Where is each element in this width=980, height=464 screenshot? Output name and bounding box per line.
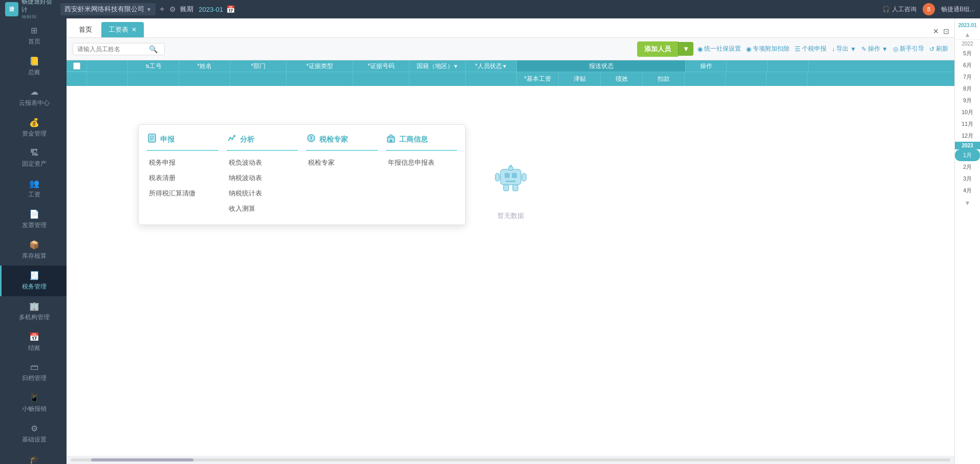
- scrollbar-thumb[interactable]: [91, 458, 193, 461]
- sidebar-item-fund[interactable]: 💰 资金管理: [0, 113, 67, 143]
- menu-item-annual-report[interactable]: 年报信息申报表: [386, 155, 458, 170]
- menu-item-tax-stats[interactable]: 纳税统计表: [227, 186, 298, 201]
- special-deduction-action[interactable]: ◉ 专项附加扣除: [746, 45, 790, 53]
- svg-rect-0: [500, 169, 521, 185]
- add-person-button[interactable]: 添加人员: [637, 41, 678, 57]
- sidebar-item-tax[interactable]: 🧾 税务管理: [0, 266, 67, 296]
- sidebar-item-label: 小畅报销: [22, 405, 47, 413]
- sidebar-item-label: 总账: [28, 68, 40, 77]
- company-selector[interactable]: 西安虾米网络科技有限公司 ▼: [60, 3, 156, 15]
- sidebar-item-cloud-report[interactable]: ☁ 云报表中心: [0, 82, 67, 113]
- sidebar-item-fixed-asset[interactable]: 🏗 固定资产: [0, 143, 67, 173]
- tab-close-icon[interactable]: ✕: [132, 26, 137, 33]
- svg-point-5: [510, 165, 512, 167]
- section-title-business-info: 工商信息: [386, 133, 458, 151]
- filter-icon[interactable]: ▼: [453, 63, 459, 69]
- svg-rect-9: [513, 185, 518, 191]
- right-timeline: 2023.01 ▲ 2022 5月 6月 7月 8月 9月 10月 11月 12…: [954, 18, 980, 464]
- sidebar-item-payroll[interactable]: 👥 工资: [0, 173, 67, 204]
- sidebar-item-home[interactable]: ⊞ 首页: [0, 20, 67, 51]
- refresh-action[interactable]: ↺ 刷新: [929, 45, 948, 53]
- menu-item-income-estimate[interactable]: 收入测算: [227, 201, 298, 216]
- timeline-month-2022-5[interactable]: 5月: [955, 48, 980, 59]
- toolbar-actions: ◉ 统一社保设置 ◉ 专项附加扣除 ☰ 个税申报 ↓ 导出 ▼: [698, 45, 948, 53]
- sidebar-item-mini-sales[interactable]: 📱 小畅报销: [0, 388, 67, 418]
- timeline-month-2022-8[interactable]: 8月: [955, 83, 980, 95]
- sidebar-item-closing[interactable]: 📅 结账: [0, 327, 67, 358]
- tab-home[interactable]: 首页: [72, 22, 99, 37]
- guide-action[interactable]: ◎ 新手引导: [893, 45, 924, 53]
- timeline-month-2022-9[interactable]: 9月: [955, 95, 980, 106]
- svg-rect-3: [506, 181, 516, 182]
- export-action[interactable]: ↓ 导出 ▼: [832, 45, 856, 53]
- window-close-icon[interactable]: ✕: [933, 27, 939, 35]
- dropdown-menu: 申报 税务申报 税表清册 所得税汇算清缴 分析: [138, 124, 466, 225]
- th2-cert-type: [230, 72, 287, 86]
- timeline-month-2022-6[interactable]: 6月: [955, 59, 980, 71]
- sidebar-item-label: 首页: [28, 37, 40, 46]
- social-security-action[interactable]: ◉ 统一社保设置: [698, 45, 741, 53]
- select-all-checkbox[interactable]: [73, 62, 80, 70]
- search-input[interactable]: [77, 46, 149, 53]
- menu-item-tax-expert[interactable]: 税检专家: [306, 155, 378, 170]
- settings-icon[interactable]: ⚙: [169, 5, 176, 13]
- th-person-status: 国籍（地区） ▼: [409, 60, 466, 72]
- timeline-month-2023-4[interactable]: 4月: [955, 185, 980, 196]
- sidebar-item-label: 基础设置: [22, 435, 47, 444]
- sort-icon: ⇅: [145, 63, 149, 69]
- logo-area: 捷 畅捷通好会计 旗舰版: [5, 0, 56, 20]
- user-name[interactable]: 畅捷通B组...: [941, 5, 975, 14]
- sidebar-item-label: 资金管理: [22, 129, 47, 138]
- menu-item-income-tax-settlement[interactable]: 所得税汇算清缴: [147, 186, 219, 201]
- timeline-month-2023-3[interactable]: 3月: [955, 173, 980, 185]
- timeline-month-2022-7[interactable]: 7月: [955, 71, 980, 83]
- timeline-month-2023-2[interactable]: 2月: [955, 161, 980, 173]
- business-info-section-icon: [386, 133, 396, 146]
- menu-item-tax-table[interactable]: 税表清册: [147, 170, 219, 186]
- timeline-nav-down[interactable]: ▼: [964, 198, 972, 208]
- th2-total: [685, 72, 726, 86]
- th-operations: [768, 60, 809, 72]
- menu-item-tax-declaration[interactable]: 税务申报: [147, 155, 219, 170]
- th2-deduction: 扣款: [643, 72, 685, 86]
- svg-rect-6: [495, 173, 499, 181]
- headset-icon: 🎧: [882, 6, 890, 13]
- calendar-icon[interactable]: 📅: [226, 5, 235, 13]
- report-filter-icon[interactable]: ▼: [502, 63, 507, 69]
- operation-action[interactable]: ✎ 操作 ▼: [861, 45, 888, 53]
- add-company-icon[interactable]: +: [160, 5, 164, 14]
- th-cert-type: *部门: [230, 60, 287, 72]
- window-restore-icon[interactable]: ⊡: [943, 27, 949, 35]
- sidebar-item-ledger[interactable]: 📒 总账: [0, 51, 67, 82]
- timeline-month-2022-11[interactable]: 11月: [955, 118, 980, 130]
- scrollbar-track: [71, 458, 950, 461]
- timeline-month-2022-12[interactable]: 12月: [955, 130, 980, 142]
- asset-icon: 🏗: [30, 148, 38, 158]
- help-button[interactable]: 🎧 人工咨询: [882, 5, 917, 14]
- sidebar-item-archive[interactable]: 🗃 归档管理: [0, 358, 67, 388]
- top-bar-left: 捷 畅捷通好会计 旗舰版 西安虾米网络科技有限公司 ▼ + ⚙ 账期 2023: [5, 0, 235, 20]
- cloud-icon: ☁: [30, 87, 38, 97]
- th2-allowance: 津贴: [559, 72, 601, 86]
- menu-item-tax-burden[interactable]: 税负波动表: [227, 155, 298, 170]
- timeline-month-2023-1[interactable]: 1月: [955, 149, 980, 161]
- app-title: 畅捷通好会计 旗舰版: [21, 0, 56, 20]
- section-title-declaration: 申报: [147, 133, 219, 151]
- horizontal-scrollbar[interactable]: [67, 456, 954, 464]
- sidebar-item-basic-settings[interactable]: ⚙ 基础设置: [0, 418, 67, 449]
- timeline-month-2022-10[interactable]: 10月: [955, 106, 980, 118]
- table-header-row2: *基本工资 津贴 绩效 扣款: [67, 72, 954, 86]
- menu-item-tax-fluctuation[interactable]: 纳税波动表: [227, 170, 298, 186]
- th-pension: [727, 60, 768, 72]
- tax-declaration-action[interactable]: ☰ 个税申报: [795, 45, 826, 53]
- org-icon: 🏢: [29, 301, 39, 311]
- tab-payroll[interactable]: 工资表 ✕: [101, 22, 144, 37]
- sidebar-item-guide[interactable]: 🎓 新手引导: [0, 449, 67, 464]
- timeline-nav-up[interactable]: ▲: [964, 30, 972, 39]
- home-icon: ⊞: [31, 26, 37, 35]
- sidebar-item-invoice[interactable]: 📄 发票管理: [0, 204, 67, 235]
- sidebar-item-inventory[interactable]: 📦 库存核算: [0, 235, 67, 266]
- th2-region: [353, 72, 409, 86]
- add-person-dropdown-arrow[interactable]: ▼: [678, 42, 693, 56]
- sidebar-item-multi-org[interactable]: 🏢 多机构管理: [0, 296, 67, 327]
